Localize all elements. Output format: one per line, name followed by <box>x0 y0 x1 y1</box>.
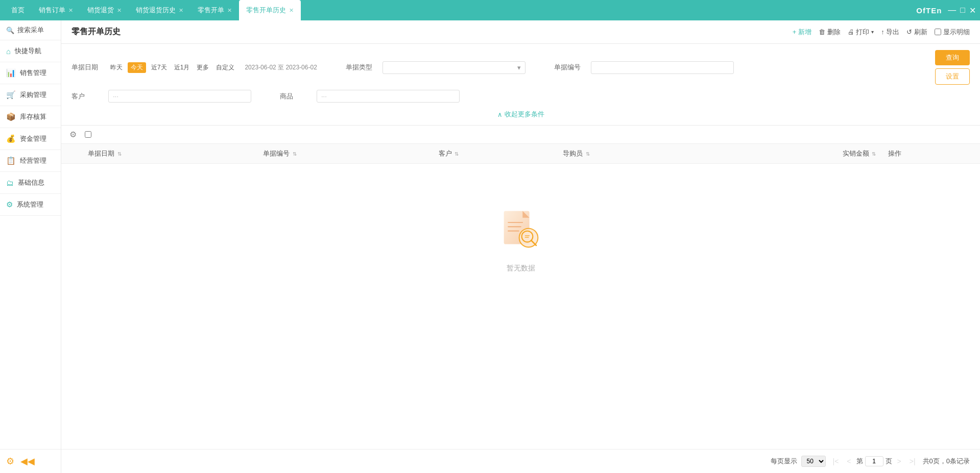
first-page-btn[interactable]: |< <box>830 456 842 466</box>
date-btn-more[interactable]: 更多 <box>195 62 211 73</box>
page-nav: |< < 第 页 > >| <box>830 456 919 466</box>
table-settings-icon[interactable]: ⚙ <box>69 130 77 139</box>
sort-icon: ⇅ <box>293 151 297 157</box>
sidebar-item-finance[interactable]: 💰 资金管理 <box>0 128 61 150</box>
date-btn-yesterday[interactable]: 昨天 <box>108 62 125 73</box>
page-header: 零售开单历史 + 新增 🗑 删除 🖨 打印 ▾ ↑ 导出 ↺ 刷新 <box>61 20 980 44</box>
close-icon[interactable]: ✕ <box>179 7 183 14</box>
th-action-label: 操作 <box>888 150 901 157</box>
settings-icon[interactable]: ⚙ <box>6 456 14 467</box>
chevron-up-icon: ∧ <box>497 111 503 118</box>
sidebar-item-inventory[interactable]: 📦 库存核算 <box>0 106 61 128</box>
page-suffix: 页 <box>886 457 892 466</box>
print-button[interactable]: 🖨 打印 ▾ <box>848 28 874 37</box>
th-checkbox <box>61 144 82 164</box>
tab-retail-open-history[interactable]: 零售开单历史 ✕ <box>239 0 301 20</box>
query-button[interactable]: 查询 <box>935 50 970 65</box>
window-min-btn[interactable]: — <box>948 6 956 15</box>
tab-sales-return[interactable]: 销货退货 ✕ <box>80 0 129 20</box>
date-filter-label: 单据日期 <box>71 63 100 72</box>
settings-button[interactable]: 设置 <box>935 68 970 85</box>
close-icon[interactable]: ✕ <box>117 7 122 14</box>
sidebar-item-basic-info[interactable]: 🗂 基础信息 <box>0 172 61 194</box>
sidebar-search[interactable]: 🔍 搜索采单 <box>0 20 61 40</box>
filter-row-2: 客户 ··· 商品 ··· <box>71 90 970 103</box>
display-detail-label: 显示明细 <box>943 28 970 37</box>
filter-row-1: 单据日期 昨天 今天 近7天 近1月 更多 自定义 2023-06-02 至 2… <box>71 50 970 85</box>
tab-sales-return-history-label: 销货退货历史 <box>136 6 176 15</box>
close-icon[interactable]: ✕ <box>68 7 73 14</box>
sidebar-item-label: 快捷导航 <box>15 46 41 56</box>
tab-sales-return-history[interactable]: 销货退货历史 ✕ <box>129 0 190 20</box>
sidebar-item-label: 基础信息 <box>18 178 44 187</box>
tab-home[interactable]: 首页 <box>4 0 32 20</box>
goods-label: 商品 <box>280 92 308 101</box>
select-all-checkbox[interactable] <box>85 131 91 138</box>
customer-input[interactable]: ··· <box>108 90 251 103</box>
page-number-input[interactable] <box>865 456 883 466</box>
sidebar-item-sales-mgmt[interactable]: 📊 销售管理 <box>0 62 61 84</box>
last-page-btn[interactable]: >| <box>906 456 919 466</box>
empty-state: 暂无数据 <box>61 164 980 314</box>
doc-no-input[interactable] <box>591 61 734 74</box>
per-page-select[interactable]: 50 <box>801 456 826 467</box>
th-action: 操作 <box>882 144 980 164</box>
date-range-display: 2023-06-02 至 2023-06-02 <box>245 63 317 72</box>
goods-input[interactable]: ··· <box>317 90 460 103</box>
prev-page-btn[interactable]: < <box>844 456 854 466</box>
table-body: 暂无数据 <box>61 164 980 314</box>
sidebar-item-purchase-mgmt[interactable]: 🛒 采购管理 <box>0 84 61 106</box>
date-btn-custom[interactable]: 自定义 <box>214 62 236 73</box>
folder-icon: 🗂 <box>6 179 14 187</box>
total-info: 共0页，0条记录 <box>923 457 970 466</box>
goods-placeholder: ··· <box>321 92 327 100</box>
next-page-btn[interactable]: > <box>894 456 904 466</box>
header-actions: + 新增 🗑 删除 🖨 打印 ▾ ↑ 导出 ↺ 刷新 显示明细 <box>793 28 970 37</box>
sort-icon: ⇅ <box>117 151 122 157</box>
add-button[interactable]: + 新增 <box>793 28 811 37</box>
date-btn-today[interactable]: 今天 <box>128 62 146 73</box>
th-salesperson-label: 导购员 <box>563 150 583 157</box>
th-amount-label: 实销金额 <box>843 150 869 157</box>
refresh-button[interactable]: ↺ 刷新 <box>906 28 927 37</box>
tab-home-label: 首页 <box>11 6 25 15</box>
add-label: + 新增 <box>793 28 811 37</box>
collapse-icon[interactable]: ◀◀ <box>20 456 35 467</box>
window-max-btn[interactable]: □ <box>960 6 965 15</box>
sort-icon: ⇅ <box>872 151 876 157</box>
sort-icon: ⇅ <box>455 151 459 157</box>
sidebar-item-system[interactable]: ⚙ 系统管理 <box>0 194 61 216</box>
page-title: 零售开单历史 <box>71 27 121 37</box>
sidebar: 🔍 搜索采单 ⌂ 快捷导航 📊 销售管理 🛒 采购管理 📦 库存核算 💰 资金管… <box>0 20 61 473</box>
tab-retail-open-label: 零售开单 <box>198 6 224 15</box>
delete-button[interactable]: 🗑 删除 <box>819 28 841 37</box>
sidebar-item-label: 采购管理 <box>20 90 46 99</box>
cart-icon: 🛒 <box>6 90 16 99</box>
more-conditions-label: 收起更多条件 <box>505 110 544 119</box>
th-customer[interactable]: 客户 ⇅ <box>433 144 557 164</box>
display-detail-input[interactable] <box>935 29 941 35</box>
th-no[interactable]: 单据编号 ⇅ <box>257 144 432 164</box>
action-buttons: 查询 设置 <box>935 50 970 85</box>
th-date-label: 单据日期 <box>88 150 114 157</box>
window-controls: — □ ✕ <box>948 6 976 15</box>
export-button[interactable]: ↑ 导出 <box>881 28 899 37</box>
tab-sales-order[interactable]: 销售订单 ✕ <box>32 0 80 20</box>
chevron-down-icon: ▾ <box>871 29 874 35</box>
th-salesperson[interactable]: 导购员 ⇅ <box>557 144 707 164</box>
date-btn-1month[interactable]: 近1月 <box>172 62 192 73</box>
sidebar-item-quick-nav[interactable]: ⌂ 快捷导航 <box>0 40 61 62</box>
close-icon[interactable]: ✕ <box>289 7 294 14</box>
th-date[interactable]: 单据日期 ⇅ <box>82 144 257 164</box>
date-btn-7days[interactable]: 近7天 <box>149 62 169 73</box>
display-detail-checkbox[interactable]: 显示明细 <box>935 28 970 37</box>
close-icon[interactable]: ✕ <box>227 7 232 14</box>
sidebar-item-operations[interactable]: 📋 经营管理 <box>0 150 61 172</box>
th-amount[interactable]: 实销金额 ⇅ <box>707 144 882 164</box>
doc-no-field[interactable] <box>595 64 729 71</box>
window-close-btn[interactable]: ✕ <box>969 6 976 15</box>
doc-type-select[interactable]: ▾ <box>383 61 525 74</box>
more-conditions-toggle[interactable]: ∧ 收起更多条件 <box>71 108 970 121</box>
tab-retail-open[interactable]: 零售开单 ✕ <box>190 0 239 20</box>
search-icon: 🔍 <box>6 27 14 34</box>
